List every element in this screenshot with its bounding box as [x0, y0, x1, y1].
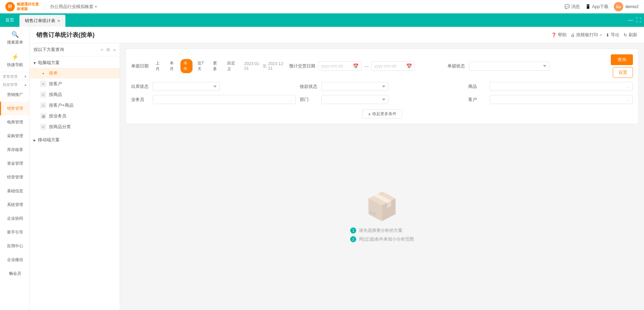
dept-select[interactable]: 全部 — [321, 95, 388, 104]
shipment-select[interactable]: 未出库 部分出库 全部出库 — [153, 82, 220, 91]
salesperson-label: 业务员 — [131, 97, 150, 103]
shortcut-custom[interactable]: 自定义 — [224, 59, 239, 73]
sidebar-section-wholesale[interactable]: 批发管理 ▴ — [0, 80, 29, 88]
collapse-row: ∧ 收起更多条件 — [131, 108, 633, 118]
scheme-item-by-customer[interactable]: ≡ 按客户 — [30, 79, 120, 89]
empty-illustration: 📦 — [365, 191, 399, 222]
sidebar: 🔍 搜索菜单 ⚡ 快捷导航 零售管理 ▾ 批发管理 ▴ 营销推广 销售管理 电商… — [0, 27, 30, 310]
sidebar-item-member[interactable]: 畅会员 — [0, 267, 29, 280]
print-btn[interactable]: 🖨 按模板打印 ▾ — [571, 32, 602, 38]
tab-home[interactable]: 首页 — [0, 13, 19, 27]
sidebar-item-enterprise[interactable]: 企业协同 — [0, 212, 29, 225]
scheme-item-by-salesperson[interactable]: ▦ 按业务员 — [30, 111, 120, 121]
customer-more-icon: ... — [626, 97, 629, 102]
sidebar-item-marketing[interactable]: 营销推广 — [0, 88, 29, 102]
content-area: 销售订单统计表(按单) ❓ 帮助 🖨 按模板打印 ▾ ⬇ 导出 ↻ 刷新 — [30, 27, 644, 310]
shortcut-this-year[interactable]: 本年 — [180, 59, 193, 73]
tab-bar: 首页 销售订单统计表 × — ⛶ — [0, 13, 644, 27]
filter-row-2: 出库状态 未出库 部分出库 全部出库 收款状态 — [131, 82, 633, 91]
expected-date-end[interactable]: yyyy-mm-dd 📅 — [371, 61, 415, 71]
add-scheme-btn[interactable]: + — [101, 47, 103, 52]
shortcut-icon: ⚡ — [11, 53, 19, 61]
query-button[interactable]: 查询 — [611, 54, 633, 65]
expand-icon: ▾ — [24, 74, 26, 79]
status-label: 单据状态 — [447, 63, 466, 69]
sidebar-item-newbie[interactable]: 新手引导 — [0, 225, 29, 239]
empty-tip-1: 1 请先选择要分析的方案 — [350, 227, 414, 234]
mobile-group-header[interactable]: ▸ 移动端方案 — [30, 135, 120, 145]
scheme-table-icon1: ≡ — [40, 81, 46, 87]
payment-select[interactable]: 未收款 部分收款 全部收款 — [321, 82, 388, 91]
sidebar-item-ecommerce[interactable]: 电商管理 — [0, 115, 29, 129]
sidebar-item-operations[interactable]: 经营管理 — [0, 170, 29, 184]
desktop-group-header[interactable]: ▾ 电脑端方案 — [30, 58, 120, 68]
logo-text: 畅捷通好生意 标准版 — [17, 2, 39, 11]
right-content: 单据日期 上月 本月 本年 近7天 更多 自定义 2023-01-01 — [120, 43, 644, 310]
help-icon: ❓ — [551, 33, 556, 38]
customer-input[interactable]: ... — [490, 95, 633, 104]
expected-date-label: 预计交货日期 — [289, 63, 315, 69]
query-action-area: 查询 设置 — [605, 54, 633, 78]
sidebar-item-appcenter[interactable]: 应用中心 — [0, 239, 29, 253]
salesperson-input[interactable]: ... — [153, 95, 296, 104]
tab-active[interactable]: 销售订单统计表 × — [19, 15, 65, 27]
expected-date-start[interactable]: yyyy-mm-dd 📅 — [318, 61, 362, 71]
inner-layout: 按以下方案查询 + ⚙ « ▾ 电脑端方案 ● 按单 — [30, 43, 644, 310]
divider — [44, 3, 45, 10]
shipment-filter-group: 出库状态 未出库 部分出库 全部出库 — [131, 82, 296, 91]
scheme-radio-icon: ● — [40, 70, 46, 76]
top-bar-left: 好 畅捷通好生意 标准版 办公用品行业模拟账套 ▾ — [5, 2, 97, 11]
shortcut-last7[interactable]: 近7天 — [195, 59, 208, 73]
sidebar-item-sales[interactable]: 销售管理 — [0, 102, 29, 115]
sidebar-item-system[interactable]: 系统管理 — [0, 198, 29, 212]
app-title-arrow: ▾ — [95, 4, 97, 9]
payment-label: 收款状态 — [300, 84, 319, 90]
sidebar-item-finance[interactable]: 资金管理 — [0, 157, 29, 170]
top-bar-right: 💬 消息 📱 App下载 Ea demo2 — [565, 2, 639, 11]
panel-collapse-btn[interactable]: « — [113, 47, 116, 52]
status-filter-group: 单据状态 全部 待审核 已审核 已作废 — [447, 62, 601, 71]
refresh-btn[interactable]: ↻ 刷新 — [624, 32, 637, 38]
page-title: 销售订单统计表(按单) — [36, 31, 95, 43]
date-label: 单据日期 — [131, 63, 150, 69]
search-icon: 🔍 — [11, 31, 19, 38]
scheme-item-by-category[interactable]: ≡ 按商品分类 — [30, 121, 120, 132]
export-btn[interactable]: ⬇ 导出 — [606, 32, 620, 38]
message-btn[interactable]: 💬 消息 — [565, 4, 580, 10]
goods-input[interactable]: ... — [490, 82, 633, 91]
help-btn[interactable]: ❓ 帮助 — [551, 32, 567, 38]
tab-close-btn[interactable]: × — [57, 18, 60, 23]
scheme-table-icon3: ≡ — [40, 102, 46, 108]
collapse-btn[interactable]: ∧ 收起更多条件 — [362, 109, 402, 118]
scheme-item-by-goods[interactable]: ≡ 按商品 — [30, 89, 120, 100]
filter-area: 单据日期 上月 本月 本年 近7天 更多 自定义 2023-01-01 — [125, 49, 639, 124]
sidebar-section-retail[interactable]: 零售管理 ▾ — [0, 72, 29, 80]
sidebar-item-basic[interactable]: 基础信息 — [0, 184, 29, 198]
scheme-settings-btn[interactable]: ⚙ — [106, 47, 110, 52]
user-area[interactable]: Ea demo2 — [614, 2, 639, 11]
scheme-item-by-order[interactable]: ● 按单 — [30, 68, 120, 79]
export-icon: ⬇ — [606, 33, 609, 38]
scheme-table-icon2: ≡ — [40, 92, 46, 98]
sidebar-item-wechat[interactable]: 企业微信 — [0, 253, 29, 267]
shortcut-more[interactable]: 更多 — [210, 59, 222, 73]
sidebar-item-inventory[interactable]: 库存核算 — [0, 143, 29, 157]
app-download-btn[interactable]: 📱 App下载 — [585, 4, 608, 10]
sidebar-item-purchase[interactable]: 采购管理 — [0, 129, 29, 143]
page-header: 销售订单统计表(按单) ❓ 帮助 🖨 按模板打印 ▾ ⬇ 导出 ↻ 刷新 — [30, 27, 644, 43]
sidebar-item-shortcut[interactable]: ⚡ 快捷导航 — [0, 49, 29, 72]
date-filter-group: 单据日期 上月 本月 本年 近7天 更多 自定义 2023-01-01 — [131, 59, 285, 73]
empty-tip-2: 2 用[过滤]条件来缩小分析范围 — [350, 236, 414, 242]
scheme-item-by-customer-goods[interactable]: ≡ 按客户+商品 — [30, 100, 120, 111]
mobile-group-expand-icon: ▸ — [34, 138, 36, 143]
status-select[interactable]: 全部 待审核 已审核 已作废 — [469, 62, 549, 71]
shortcut-this-month[interactable]: 本月 — [167, 59, 179, 73]
shortcut-last-month[interactable]: 上月 — [153, 59, 165, 73]
settings-button[interactable]: 设置 — [613, 67, 633, 78]
tab-minimize-btn[interactable]: — — [628, 17, 633, 23]
filter-row-1: 单据日期 上月 本月 本年 近7天 更多 自定义 2023-01-01 — [131, 54, 633, 78]
sidebar-item-search[interactable]: 🔍 搜索菜单 — [0, 27, 29, 49]
app-title[interactable]: 办公用品行业模拟账套 ▾ — [50, 4, 97, 10]
desktop-scheme-group: ▾ 电脑端方案 ● 按单 ≡ 按客户 ≡ 按商品 — [30, 56, 120, 134]
tab-maximize-btn[interactable]: ⛶ — [636, 17, 641, 23]
